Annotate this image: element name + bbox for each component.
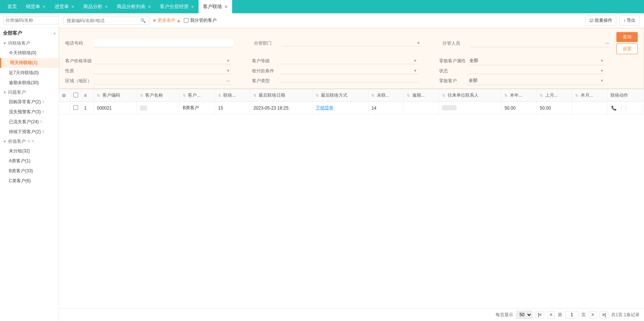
th-this-year[interactable]: ⇅ 本年... [501,89,537,102]
page-next-btn[interactable]: > [589,311,596,318]
nav-home[interactable]: 首页 [3,0,21,13]
nav-purchase-order[interactable]: 进货单 ✕ [50,0,79,13]
more-action-icon[interactable]: ⋮⋮ [619,106,628,111]
phone-input[interactable] [93,39,233,47]
sidebar-item-ungrouped[interactable]: 未分组(32) [0,146,59,156]
filter-customer-value-level: 客户价格等级 ▼ [65,58,231,64]
th-contact-person[interactable]: ⇅ 往来单位联系人 [439,89,501,102]
sidebar-all-customers[interactable]: 全部客户 « [0,28,59,39]
close-icon[interactable]: ✕ [148,4,151,9]
retail-customer-select[interactable]: 全部 ▼ [467,76,605,85]
th-customer-type[interactable]: ⇅ 客户... [180,89,215,102]
sidebar-item-class-b[interactable]: B类客户(33) [0,166,59,176]
search-icon[interactable]: 🔍 [140,18,146,23]
my-customers-checkbox[interactable] [184,18,189,23]
chevron-down-icon: ▼ [417,41,420,45]
nav-product-analysis[interactable]: 商品分析 ✕ [79,0,112,13]
filter-retail-attr: 零散客户属性 全部 ▼ [439,56,605,65]
more-conditions-btn[interactable]: ▼ 更多条件 ▲ [152,17,181,24]
region-select[interactable]: ··· [94,77,231,85]
sidebar-item-repurchase-abnormal[interactable]: 回购异常客户(2) ? [0,97,59,107]
chevron-down-icon: ▼ [226,69,230,73]
nav-customer-contact[interactable]: 客户联络 ✕ [199,0,232,13]
close-icon[interactable]: ✕ [191,4,194,9]
td-checkbox[interactable] [70,102,81,114]
chevron-down-icon: ▼ [600,79,604,83]
th-customer-name[interactable]: ⇅ 客户名称 [137,89,179,102]
edit-icon[interactable]: ✎ [31,139,35,144]
th-customer-code[interactable]: ⇅ 客户编码 [94,89,137,102]
td-settings [59,102,70,114]
dept-select[interactable]: ▼ [282,40,422,46]
close-icon[interactable]: ✕ [71,4,74,9]
select-all-checkbox[interactable] [73,93,78,97]
sidebar-item-declining[interactable]: 持续下滑客户(2) ? [0,127,59,137]
payment-select[interactable]: ▼ [280,68,418,74]
customer-value-level-select[interactable]: ▼ [94,58,231,64]
filter-person: 分管人员 ··· [442,39,610,47]
sort-icon: ⇅ [575,93,578,97]
th-this-month[interactable]: ⇅ 本月... [572,89,608,102]
retail-attr-select[interactable]: 全部 ▼ [468,56,605,65]
sidebar-item-today-contact[interactable]: 今天待联络(0) [0,48,59,58]
close-icon[interactable]: ✕ [42,4,46,9]
settings-icon[interactable]: ⚙ [62,93,66,98]
chevron-down-icon: ▼ [413,59,417,63]
td-action: 📞 ⋮⋮ [608,102,644,114]
nav-customer-segment[interactable]: 客户分层经营 ✕ [155,0,199,13]
gender-select[interactable]: ▼ [93,68,231,74]
customer-type-select[interactable] [280,80,418,82]
per-page-select[interactable]: 50 [516,311,532,319]
nav-product-analysis-list[interactable]: 商品分析列表 ✕ [112,0,155,13]
th-contact-count[interactable]: ⇅ 联络... [215,89,250,102]
sidebar-item-churn-warning[interactable]: 流失预警客户(3) ? [0,107,59,117]
reset-btn[interactable]: 设置 [616,44,638,54]
sidebar-group-value: ▼ 价值客户 ↻ ✎ [0,137,59,146]
sidebar-item-churned[interactable]: 已流失客户(24) ? [0,117,59,127]
td-uncontacted: 14 [368,102,404,114]
page-input[interactable] [565,311,578,318]
filter-row-3: 性质 ▼ 收付款条件 ▼ [65,68,638,74]
query-btn[interactable]: 查询 [616,32,638,42]
td-customer-name: Ea [137,102,179,114]
customer-level-select[interactable]: ▼ [280,58,418,64]
sidebar-item-class-c[interactable]: C类客户(6) [0,176,59,186]
filter-status: 状态 ▼ [439,68,605,74]
page-last-btn[interactable]: >| [599,311,608,318]
close-icon[interactable]: ✕ [224,4,228,9]
th-overdue[interactable]: ⇅ 逾期... [404,89,439,102]
th-checkbox[interactable] [70,89,81,102]
bulk-operation-btn[interactable]: ☑ 批量操作 [585,15,616,25]
nav-sales-order[interactable]: 销货单 ✕ [21,0,50,13]
td-last-month: 50.00 [537,102,572,114]
filter-actions: 查询 设置 [616,32,638,54]
refresh-icon[interactable]: ↻ [27,139,31,144]
th-uncontacted[interactable]: ⇅ 未联... [368,89,404,102]
more-icon: ··· [226,78,230,83]
th-settings[interactable]: ⚙ [59,89,70,102]
td-last-contact-method[interactable]: 下销货单 [312,102,368,114]
row-checkbox[interactable] [73,105,78,110]
th-last-month[interactable]: ⇅ 上月... [537,89,572,102]
status-select[interactable]: ▼ [467,68,605,74]
close-icon[interactable]: ✕ [105,4,108,9]
sidebar-search-input[interactable] [3,16,59,24]
table-wrap: ⚙ # ⇅ 客户编码 ⇅ 客户名称 [59,89,644,308]
page-prev-btn[interactable]: < [547,311,555,318]
sort-icon: ⇅ [218,93,221,97]
sidebar-item-7days-contact[interactable]: 近7天待联络(0) [0,68,59,78]
search-input[interactable] [67,18,140,23]
filter-icon: ▼ [152,18,157,23]
th-last-contact-method[interactable]: ⇅ 最后联络方式 [312,89,368,102]
td-contact-person: 联系人 [439,102,501,114]
sidebar-item-overdue-contact[interactable]: 逾期未联络(30) [0,78,59,88]
phone-action-icon[interactable]: 📞 [611,106,617,111]
sidebar-item-class-a[interactable]: A类客户(1) [0,156,59,166]
sidebar-item-tomorrow-contact[interactable]: 明天待联络(1) [0,58,59,68]
my-customers-checkbox-label[interactable]: 我分管的客户 [184,17,217,24]
person-select[interactable]: ··· [470,39,610,47]
page-first-btn[interactable]: |< [535,311,544,318]
th-last-contact-date[interactable]: ⇅ 最后联络日期 [250,89,312,102]
export-btn[interactable]: ↑ 导出 [619,15,640,25]
toolbar-right: ☑ 批量操作 ↑ 导出 [585,15,640,25]
